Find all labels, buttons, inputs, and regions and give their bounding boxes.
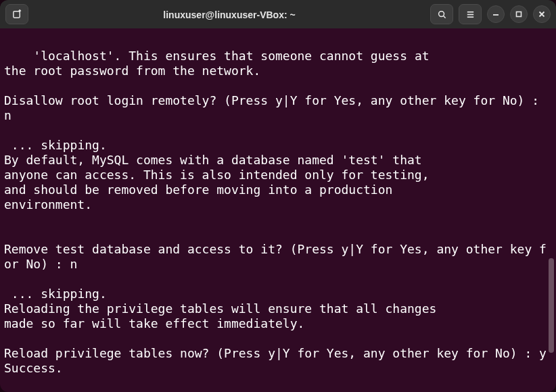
terminal-line: 'localhost'. This ensures that someone c…: [33, 49, 429, 63]
terminal-viewport[interactable]: 'localhost'. This ensures that someone c…: [0, 28, 556, 392]
svg-rect-0: [13, 11, 19, 17]
svg-line-4: [443, 16, 445, 18]
svg-point-3: [438, 11, 444, 16]
maximize-button[interactable]: [510, 5, 528, 23]
new-tab-button[interactable]: [5, 4, 28, 24]
terminal-line: and should be removed before moving into…: [4, 182, 392, 197]
terminal-line: Success.: [4, 361, 63, 375]
window-title: linuxuser@linuxuser-VBox: ~: [163, 9, 295, 20]
terminal-line: By default, MySQL comes with a database …: [4, 153, 422, 167]
terminal-line: anyone can access. This is also intended…: [4, 168, 430, 182]
minimize-button[interactable]: [487, 5, 505, 23]
terminal-output: 'localhost'. This ensures that someone c…: [4, 34, 552, 392]
terminal-line: environment.: [4, 197, 92, 212]
close-button[interactable]: [533, 5, 551, 23]
terminal-line: Reloading the privilege tables will ensu…: [4, 301, 436, 316]
terminal-line: Reload privilege tables now? (Press y|Y …: [4, 346, 547, 360]
terminal-line: the root password from the network.: [4, 64, 260, 78]
terminal-line: Remove test database and access to it? (…: [4, 242, 547, 271]
svg-rect-9: [517, 12, 522, 17]
titlebar: linuxuser@linuxuser-VBox: ~: [0, 0, 556, 28]
search-button[interactable]: [430, 4, 453, 24]
terminal-line: ... skipping.: [4, 138, 107, 152]
terminal-line: ... skipping.: [4, 287, 107, 301]
terminal-line: Disallow root login remotely? (Press y|Y…: [4, 93, 547, 122]
terminal-line: made so far will take effect immediately…: [4, 316, 304, 330]
hamburger-menu-button[interactable]: [459, 4, 482, 24]
scrollbar-thumb[interactable]: [549, 258, 554, 353]
